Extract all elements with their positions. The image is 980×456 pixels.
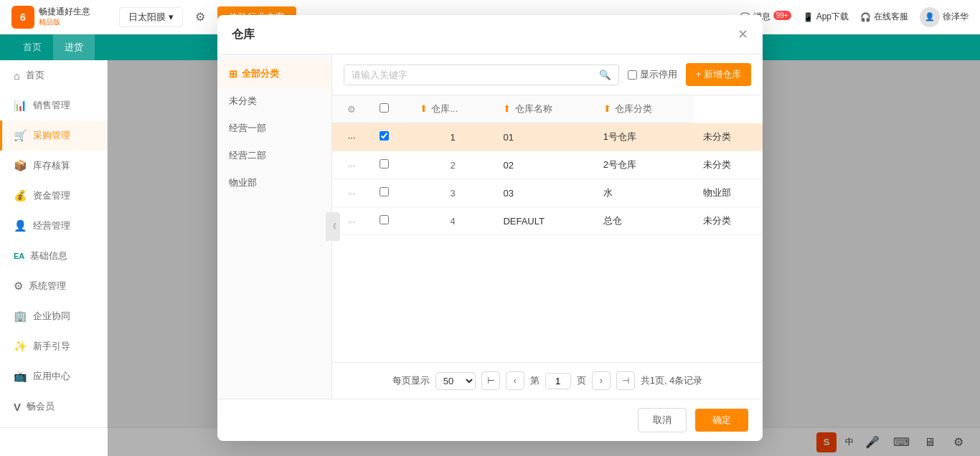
- sales-icon: 📊: [14, 99, 27, 112]
- table-row[interactable]: ··· 1 01 1号仓库 未分类: [332, 123, 763, 151]
- row-settings[interactable]: ···: [332, 123, 371, 151]
- th-name[interactable]: ⬆ 仓库名称: [494, 95, 594, 123]
- table-row[interactable]: ··· 4 DEFAULT 总仓 未分类: [332, 207, 763, 235]
- confirm-button[interactable]: 确定: [695, 409, 748, 432]
- search-box: 🔍: [344, 65, 619, 85]
- sidebar-item-system[interactable]: ⚙ 系统管理: [0, 271, 107, 301]
- all-categories-button[interactable]: ⊞ 全部分类: [217, 60, 331, 87]
- row-checkbox[interactable]: [371, 207, 411, 235]
- sidebar-item-inventory[interactable]: 📦 库存核算: [0, 151, 107, 181]
- purchase-icon: 🛒: [14, 129, 27, 142]
- sidebar-item-label: 经营管理: [33, 219, 70, 232]
- prev-page-button[interactable]: ‹: [506, 371, 524, 390]
- row-settings[interactable]: ···: [332, 151, 371, 179]
- next-page-button[interactable]: ›: [592, 371, 611, 390]
- app-download-button[interactable]: 📱 App下载: [803, 11, 849, 23]
- sidebar-item-label: 资金管理: [33, 189, 70, 202]
- sidebar-item-finance[interactable]: 💰 资金管理: [0, 181, 107, 211]
- row-checkbox[interactable]: [371, 123, 411, 151]
- table-wrapper: ⚙ ⬆ 仓库... ⬆ 仓库名称: [332, 95, 763, 362]
- select-all-checkbox[interactable]: [380, 103, 389, 113]
- user-menu[interactable]: 👤 徐泽华: [920, 7, 969, 27]
- sidebar-item-base-info[interactable]: EA 基础信息: [0, 241, 107, 271]
- row-name: 1号仓库: [595, 123, 694, 151]
- per-page-dropdown[interactable]: 50 100: [435, 372, 476, 390]
- sidebar-item-operations[interactable]: 👤 经营管理: [0, 211, 107, 241]
- show-disabled-checkbox[interactable]: [628, 70, 637, 80]
- row-num: 4: [411, 207, 495, 235]
- table-row[interactable]: ··· 3 03 水 物业部: [332, 179, 763, 207]
- sidebar-item-label: 应用中心: [33, 370, 70, 383]
- all-categories-label: 全部分类: [242, 67, 279, 80]
- table-panel: 🔍 显示停用 + 新增仓库 ⚙: [332, 54, 763, 399]
- category-item-1[interactable]: 经营一部: [217, 115, 331, 142]
- row-code: DEFAULT: [494, 207, 594, 235]
- tab-purchase[interactable]: 进货: [53, 34, 95, 60]
- company-selector[interactable]: 日太阳膜 ▾: [119, 7, 183, 27]
- sidebar-item-label: 企业协同: [33, 310, 70, 323]
- sidebar-item-label: 首页: [26, 69, 44, 82]
- settings-button[interactable]: ⚙: [189, 6, 212, 29]
- per-page-select[interactable]: 50 100: [435, 372, 476, 390]
- system-icon: ⚙: [14, 280, 23, 293]
- sidebar-item-apps[interactable]: 📺 应用中心: [0, 361, 107, 391]
- table-row[interactable]: ··· 2 02 2号仓库 未分类: [332, 151, 763, 179]
- row-num: 1: [411, 123, 495, 151]
- sort-icon-name: ⬆: [503, 103, 511, 114]
- modal-close-button[interactable]: ✕: [738, 27, 748, 42]
- row-num: 2: [411, 151, 495, 179]
- message-badge: 99+: [773, 11, 791, 20]
- search-button[interactable]: 🔍: [592, 65, 618, 85]
- sidebar-item-member[interactable]: V 畅会员: [0, 391, 107, 422]
- inventory-icon: 📦: [14, 159, 27, 172]
- show-disabled-label[interactable]: 显示停用: [628, 68, 677, 81]
- enterprise-icon: 🏢: [14, 310, 27, 323]
- row-settings[interactable]: ···: [332, 179, 371, 207]
- row-category: 未分类: [694, 123, 763, 151]
- sidebar-item-home[interactable]: ⌂ 首页: [0, 60, 107, 90]
- avatar: 👤: [920, 7, 940, 27]
- pagination: 每页显示 50 100 ⊢ ‹ 第 页 › ⊣ 共1页, 4条记录: [332, 362, 763, 399]
- page-label: 第: [530, 374, 540, 387]
- th-category[interactable]: ⬆ 仓库分类: [595, 95, 694, 123]
- th-checkbox: [371, 95, 411, 123]
- sort-icon-category: ⬆: [603, 103, 611, 114]
- finance-icon: 💰: [14, 189, 27, 202]
- th-settings: ⚙: [332, 95, 371, 123]
- service-button[interactable]: 🎧 在线客服: [860, 11, 908, 23]
- username: 徐泽华: [943, 11, 969, 23]
- category-item-3[interactable]: 物业部: [217, 169, 331, 196]
- logo-icon: 6: [11, 6, 34, 29]
- th-code[interactable]: ⬆ 仓库...: [411, 95, 495, 123]
- sidebar-item-guide[interactable]: ✨ 新手引导: [0, 331, 107, 361]
- row-category: 未分类: [694, 151, 763, 179]
- category-item-unclassified[interactable]: 未分类: [217, 87, 331, 115]
- row-name: 2号仓库: [595, 151, 694, 179]
- warehouse-table: ⚙ ⬆ 仓库... ⬆ 仓库名称: [332, 95, 763, 235]
- last-page-button[interactable]: ⊣: [616, 371, 635, 390]
- row-checkbox[interactable]: [371, 151, 411, 179]
- collapse-panel-button[interactable]: 《: [326, 212, 340, 241]
- grid-icon: ⊞: [229, 68, 237, 80]
- first-page-button[interactable]: ⊢: [481, 371, 500, 390]
- total-info: 共1页, 4条记录: [641, 374, 703, 387]
- row-name: 总仓: [595, 207, 694, 235]
- modal-title: 仓库: [232, 27, 255, 42]
- modal-footer: 取消 确定: [217, 399, 763, 441]
- cancel-button[interactable]: 取消: [638, 408, 687, 432]
- add-warehouse-button[interactable]: + 新增仓库: [686, 63, 751, 86]
- header-right: 💬 消息 99+ 📱 App下载 🎧 在线客服 👤 徐泽华: [740, 7, 969, 27]
- guide-icon: ✨: [14, 340, 27, 353]
- search-input[interactable]: [344, 65, 592, 85]
- base-info-icon: EA: [14, 252, 24, 260]
- row-name: 水: [595, 179, 694, 207]
- row-checkbox[interactable]: [371, 179, 411, 207]
- category-item-2[interactable]: 经营二部: [217, 142, 331, 169]
- sidebar-item-purchase[interactable]: 🛒 采购管理: [0, 120, 107, 151]
- sidebar-item-enterprise[interactable]: 🏢 企业协同: [0, 301, 107, 331]
- warehouse-modal: 仓库 ✕ ⊞ 全部分类 未分类 经营一部 经营二部 物业部 《: [217, 15, 763, 441]
- modal-header: 仓库 ✕: [217, 15, 763, 54]
- tab-home[interactable]: 首页: [11, 34, 53, 60]
- sidebar-item-sales[interactable]: 📊 销售管理: [0, 90, 107, 120]
- page-number-input[interactable]: [545, 373, 571, 389]
